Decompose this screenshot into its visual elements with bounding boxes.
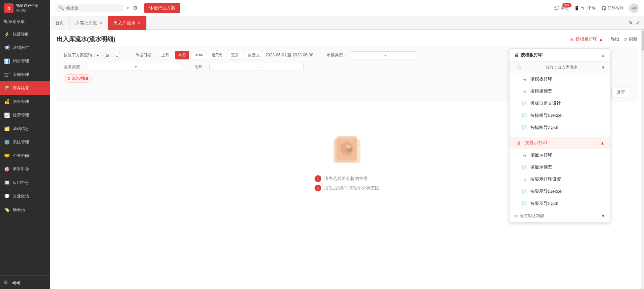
tab-flow[interactable]: 出入库流水 ✕ — [108, 16, 147, 30]
export-btn[interactable]: ↑ 导出 — [607, 36, 620, 42]
dropdown-display-excel[interactable]: 📄 按显示导出excel — [509, 185, 610, 198]
filter-tag-icon: ⊙ — [67, 76, 70, 81]
footer-chevron-icon: ▼ — [601, 214, 605, 218]
message-badge: 99+ — [562, 3, 572, 7]
scrollbar-thumb — [642, 30, 644, 51]
svg-text:📦: 📦 — [344, 144, 353, 153]
date-prev-month-btn[interactable]: 上月 — [158, 51, 172, 59]
user-avatar[interactable]: Rit — [629, 3, 639, 13]
dropdown-display-pdf[interactable]: 📄 按显示导出pdf — [509, 198, 610, 210]
display-print-section-label: 按显示打印 — [525, 140, 547, 146]
sidebar-item-marketing[interactable]: 📢 营销推广 — [0, 41, 50, 54]
topbar-gear-icon[interactable]: ⚙ — [133, 5, 138, 11]
operation-label: 经营管理 — [13, 112, 29, 118]
pdf-icon-1: 📄 — [522, 125, 527, 130]
filter-biz-type-select[interactable]: ▾ — [87, 63, 181, 71]
page-title: 出入库流水(流水明细) — [57, 35, 115, 43]
filter-add-btn[interactable]: + — [94, 52, 101, 59]
dropdown-collapse-btn[interactable]: ▲ — [601, 53, 605, 58]
step-1-text: 请先选择要分析的方案 — [324, 176, 368, 182]
dropdown-current-item[interactable]: 📄 当前：出入库流水 ▼ — [509, 62, 610, 73]
warehouse-more-icon[interactable]: ··· — [258, 64, 300, 69]
tab-batch-account[interactable]: 库存批次账 ✕ — [70, 16, 108, 30]
empty-step-1: 1 请先选择要分析的方案 — [315, 175, 379, 182]
appstore-icon: 🔲 — [3, 179, 10, 186]
filter-tag-item: ⊙ 流水明细 — [64, 74, 92, 83]
sidebar-item-operation[interactable]: 📈 经营管理 — [0, 108, 50, 122]
date-custom-btn[interactable]: 自定义 — [245, 51, 263, 59]
dropdown-display-print-section[interactable]: 🖨 按显示打印 ▲ — [509, 137, 610, 149]
dropdown-template-pdf[interactable]: 📄 按模板导出pdf — [509, 122, 610, 134]
setting-btn[interactable]: 设置 — [611, 87, 630, 98]
current-chevron: ▼ — [601, 65, 605, 70]
sidebar-item-wechat[interactable]: 💬 企业微信 — [0, 189, 50, 203]
sidebar-item-system[interactable]: ⚙️ 系统管理 — [0, 135, 50, 149]
sidebar-item-appstore[interactable]: 🔲 应用中心 — [0, 176, 50, 189]
date-current-month-btn[interactable]: 本月 — [175, 51, 189, 59]
sidebar-item-collab[interactable]: 🤝 企业协同 — [0, 149, 50, 162]
online-service-btn[interactable]: 🎧 在线客服 — [601, 5, 624, 11]
sidebar-item-search[interactable]: 🔍 搜索菜单 — [0, 16, 50, 27]
sidebar-item-inventory[interactable]: 📦 库存核算 — [0, 81, 50, 95]
dropdown-template-print[interactable]: 🖨 按模板打印 — [509, 73, 610, 85]
dropdown-display-preview[interactable]: 📄 按显示预览 — [509, 161, 610, 173]
filter-doc-type-label: 单据类型 — [327, 52, 343, 58]
sidebar-item-purchase[interactable]: 🛒 采购管理 — [0, 68, 50, 81]
collapse-icon[interactable]: ◀◀ — [11, 279, 20, 286]
dropdown-footer[interactable]: ⚙ 设置默认功能 ▼ — [509, 210, 610, 222]
filter-collapse-btn[interactable]: « — [113, 52, 120, 59]
topbar-search-box[interactable]: 🔍 — [55, 4, 123, 12]
dropdown-template-excel[interactable]: 📄 按模板导出excel — [509, 109, 610, 122]
tab-flow-label: 出入库流水 — [114, 20, 136, 26]
template-print-btn[interactable]: 🖨 按模板打印 ▲ — [570, 36, 603, 42]
dropdown-template-custom[interactable]: 📄 模板自定义设计 — [509, 97, 610, 109]
headset-icon: 🎧 — [601, 6, 606, 10]
topbar: 🔍 ▾ ⚙ 体验行业方案 💬 消息 99+ 📱 App下载 🎧 在线客服 Rit — [50, 0, 644, 16]
set-default-icon: ⚙ — [514, 214, 518, 218]
custom-icon: 📄 — [522, 101, 527, 106]
tab-close-all-btn[interactable]: ✕ — [628, 20, 633, 26]
sidebar-item-sales[interactable]: 📊 销售管理 — [0, 54, 50, 68]
sidebar-item-quick-nav[interactable]: ⚡ 快捷导航 — [0, 27, 50, 41]
dropdown-template-preview[interactable]: 🖨 按模板预览 — [509, 85, 610, 97]
filter-settings-btn[interactable]: ⚙ — [104, 52, 111, 59]
sidebar-item-member[interactable]: 🏷️ 畅会员 — [0, 203, 50, 216]
filter-doc-type-select[interactable]: ▾ — [350, 51, 417, 59]
sidebar-item-basic[interactable]: 🗂️ 基础信息 — [0, 122, 50, 135]
sidebar-item-guide[interactable]: 🎯 新手引导 — [0, 162, 50, 176]
sales-icon: 📊 — [3, 58, 10, 64]
tab-flow-close[interactable]: ✕ — [138, 21, 141, 25]
message-btn[interactable]: 💬 消息 99+ — [554, 5, 569, 11]
dropdown-display-print-settings[interactable]: 🖨 按显示打印设置 — [509, 173, 610, 185]
current-icon: 📄 — [516, 65, 521, 70]
date-current-year-btn[interactable]: 本年 — [192, 51, 206, 59]
excel-icon-1: 📄 — [522, 113, 527, 118]
finance-label: 资金管理 — [13, 99, 29, 105]
sidebar-item-finance[interactable]: 💰 资金管理 — [0, 95, 50, 108]
display-print-settings-label: 按显示打印设置 — [530, 176, 561, 182]
filter-warehouse-select[interactable]: ··· — [209, 63, 304, 71]
dropdown-display-print[interactable]: 🖨 按显示打印 — [509, 149, 610, 161]
template-preview-label: 按模板预览 — [530, 88, 552, 94]
sidebar-bottom: ⚙ ◀◀ — [0, 275, 50, 289]
guide-label: 新手引导 — [13, 166, 29, 172]
tab-batch-account-close[interactable]: ✕ — [99, 21, 103, 25]
scrollbar-track[interactable] — [641, 30, 644, 289]
date-last7-btn[interactable]: 近7天 — [209, 51, 225, 59]
dropdown-header: 🖨 按模板打印 ▲ — [509, 49, 610, 62]
tab-home[interactable]: 首页 — [50, 16, 70, 30]
inventory-icon: 📦 — [3, 85, 10, 91]
date-more-btn[interactable]: 更多 — [228, 51, 242, 59]
refresh-btn[interactable]: ↺ 刷新 — [623, 36, 637, 42]
tab-maximize-btn[interactable]: ⤢ — [636, 20, 640, 26]
topbar-chevron-icon[interactable]: ▾ — [127, 6, 129, 10]
page-content: 出入库流水(流水明细) 🖨 按模板打印 ▲ ↑ 导出 ↺ 刷新 — [50, 30, 644, 289]
app-download-btn[interactable]: 📱 App下载 — [574, 5, 596, 11]
topbar-search-input[interactable] — [66, 6, 113, 10]
purchase-icon: 🛒 — [3, 71, 10, 78]
display-pdf-label: 按显示导出pdf — [530, 201, 558, 207]
settings-icon[interactable]: ⚙ — [3, 279, 8, 286]
trial-btn[interactable]: 体验行业方案 — [144, 3, 180, 13]
empty-illustration: 📦 — [327, 129, 367, 170]
refresh-label: 刷新 — [628, 36, 637, 42]
